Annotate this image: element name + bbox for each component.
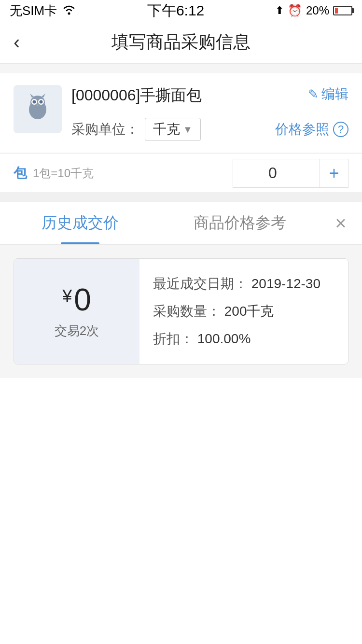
svg-point-6 — [40, 100, 43, 104]
help-icon: ? — [333, 122, 348, 137]
edit-icon: ✎ — [308, 87, 319, 102]
history-section: ¥ 0 交易2次 最近成交日期： 2019-12-30 采购数量： 200千克 … — [0, 245, 362, 378]
purchase-qty-label: 采购数量： — [153, 304, 221, 319]
product-info: [0000006]手撕面包 ✎ 编辑 采购单位： 千克 ▼ 价格参照 ? — [71, 85, 348, 141]
quantity-label: 包 1包=10千克 — [14, 164, 233, 182]
recent-date-label: 最近成交日期： — [153, 276, 248, 291]
product-top-row: [0000006]手撕面包 ✎ 编辑 — [71, 85, 348, 106]
trade-count: 交易2次 — [55, 322, 99, 339]
tab-active-indicator — [61, 242, 99, 244]
recent-date-value: 2019-12-30 — [251, 276, 320, 291]
svg-marker-8 — [30, 94, 34, 98]
wifi-icon — [62, 3, 76, 18]
bag-unit-label: 包 — [14, 164, 27, 182]
unit-arrow-icon: ▼ — [183, 124, 193, 135]
unit-row: 采购单位： 千克 ▼ — [71, 118, 201, 141]
product-icon — [23, 93, 52, 126]
back-button[interactable]: ‹ — [14, 31, 20, 53]
discount-value: 100.00% — [197, 331, 251, 346]
discount-label: 折扣： — [153, 331, 194, 346]
status-bar: 无SIM卡 下午6:12 ⬆ ⏰ 20% — [0, 0, 362, 21]
tab-price-ref-label: 商品价格参考 — [194, 212, 286, 234]
edit-label: 编辑 — [321, 85, 348, 103]
unit-label: 采购单位： — [71, 120, 139, 139]
price-display: ¥ 0 — [62, 283, 91, 317]
conversion-label: 1包=10千克 — [33, 166, 94, 181]
purchase-qty-row: 采购数量： 200千克 — [153, 302, 334, 321]
price-value: 0 — [74, 283, 91, 317]
svg-point-0 — [68, 12, 70, 14]
carrier-text: 无SIM卡 — [10, 2, 57, 19]
product-bottom-row: 采购单位： 千克 ▼ 价格参照 ? — [71, 118, 348, 141]
price-ref-label: 价格参照 — [275, 120, 329, 139]
quantity-input[interactable] — [233, 159, 320, 188]
page-bottom — [0, 378, 362, 644]
purchase-qty-value: 200千克 — [224, 304, 274, 319]
svg-point-5 — [33, 100, 36, 104]
product-thumbnail — [14, 85, 62, 133]
currency-symbol: ¥ — [62, 287, 72, 306]
location-icon: ⬆ — [275, 4, 284, 17]
tab-bar: 历史成交价 商品价格参考 × — [0, 202, 362, 245]
alarm-icon: ⏰ — [288, 4, 302, 17]
discount-row: 折扣： 100.00% — [153, 329, 334, 348]
status-carrier: 无SIM卡 — [10, 2, 76, 19]
section-divider — [0, 192, 362, 202]
product-card: [0000006]手撕面包 ✎ 编辑 采购单位： 千克 ▼ 价格参照 ? — [0, 73, 362, 153]
tab-history-price[interactable]: 历史成交价 — [0, 202, 160, 244]
tab-close-button[interactable]: × — [320, 202, 362, 244]
status-right-icons: ⬆ ⏰ 20% — [275, 4, 352, 17]
unit-select[interactable]: 千克 ▼ — [145, 118, 201, 141]
battery-icon — [333, 6, 352, 15]
tab-price-reference[interactable]: 商品价格参考 — [160, 202, 320, 244]
quantity-plus-button[interactable]: + — [320, 159, 348, 188]
quantity-row: 包 1包=10千克 + — [0, 154, 362, 192]
product-name: [0000006]手撕面包 — [71, 85, 202, 106]
edit-button[interactable]: ✎ 编辑 — [308, 85, 348, 103]
battery-percent: 20% — [306, 4, 329, 17]
tab-history-label: 历史成交价 — [42, 212, 119, 234]
unit-value: 千克 — [153, 120, 180, 139]
nav-bar: ‹ 填写商品采购信息 — [0, 21, 362, 64]
status-time: 下午6:12 — [147, 1, 204, 21]
price-reference-button[interactable]: 价格参照 ? — [275, 120, 348, 139]
page-title: 填写商品采购信息 — [111, 30, 251, 54]
card-price-left: ¥ 0 交易2次 — [14, 259, 139, 364]
svg-marker-9 — [42, 94, 45, 98]
recent-date-row: 最近成交日期： 2019-12-30 — [153, 274, 334, 293]
quantity-input-group: + — [233, 159, 348, 188]
card-detail-right: 最近成交日期： 2019-12-30 采购数量： 200千克 折扣： 100.0… — [139, 259, 348, 364]
history-card: ¥ 0 交易2次 最近成交日期： 2019-12-30 采购数量： 200千克 … — [14, 258, 348, 364]
